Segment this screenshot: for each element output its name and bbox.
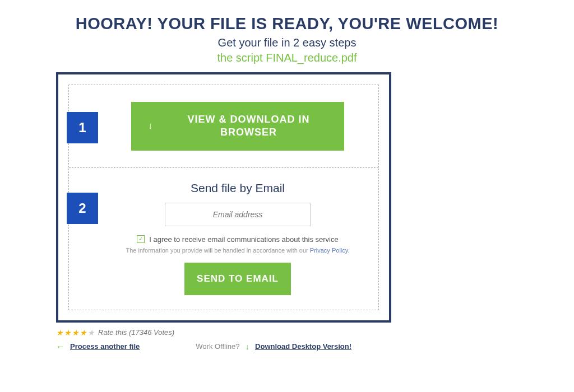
download-arrow-icon: ↓ <box>148 120 153 132</box>
send-email-title: Send file by Email <box>119 181 356 195</box>
email-input[interactable] <box>165 203 311 226</box>
step-2: 2 Send file by Email ✓ I agree to receiv… <box>69 167 378 310</box>
rating-label: Rate this (17346 Votes) <box>98 328 174 337</box>
page-title: HOORAY! YOUR FILE IS READY, YOU'RE WELCO… <box>0 15 574 33</box>
process-another-link[interactable]: Process another file <box>70 342 140 351</box>
arrow-left-icon: ← <box>56 342 64 351</box>
privacy-policy-link[interactable]: Privacy Policy <box>310 247 348 254</box>
step-2-number: 2 <box>67 193 98 224</box>
page-subtitle: Get your file in 2 easy steps <box>0 36 574 49</box>
download-desktop-link[interactable]: Download Desktop Version! <box>255 342 351 351</box>
view-download-button[interactable]: ↓ VIEW & DOWNLOAD IN BROWSER <box>131 102 344 151</box>
star-icon[interactable]: ★ <box>64 328 71 337</box>
star-icon[interactable]: ★ <box>80 328 87 337</box>
star-icon[interactable]: ★ <box>56 328 63 337</box>
steps-panel: 1 ↓ VIEW & DOWNLOAD IN BROWSER 2 Send fi… <box>56 72 391 323</box>
agree-checkbox[interactable]: ✓ <box>137 235 145 243</box>
rating-row: ★ ★ ★ ★ ★ Rate this (17346 Votes) <box>56 328 391 337</box>
work-offline-label: Work Offline? <box>196 342 239 351</box>
agree-label: I agree to receive email communications … <box>149 235 338 244</box>
star-icon[interactable]: ★ <box>87 328 95 337</box>
send-email-button[interactable]: SEND TO EMAIL <box>184 263 291 295</box>
arrow-down-icon: ↓ <box>246 342 250 351</box>
step-1-number: 1 <box>67 112 98 143</box>
star-icon[interactable]: ★ <box>72 328 79 337</box>
view-download-label: VIEW & DOWNLOAD IN BROWSER <box>170 113 327 139</box>
rating-stars[interactable]: ★ ★ ★ ★ ★ <box>56 328 95 337</box>
step-1: 1 ↓ VIEW & DOWNLOAD IN BROWSER <box>69 85 378 167</box>
privacy-note: The information you provide will be hand… <box>119 247 356 254</box>
result-filename: the script FINAL_reduce.pdf <box>0 52 574 64</box>
